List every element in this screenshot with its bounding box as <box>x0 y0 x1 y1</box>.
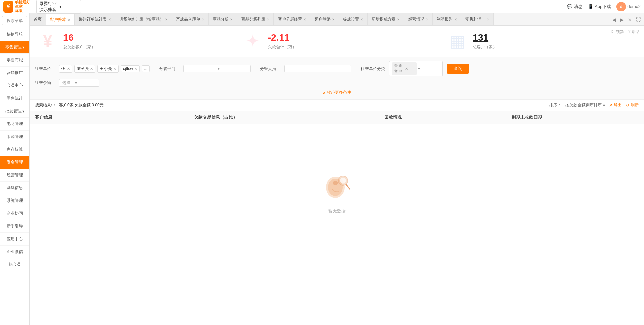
tab-profit-report[interactable]: 利润报告 ✕ <box>433 13 461 26</box>
sidebar-item-basic-info[interactable]: 基础信息 <box>0 182 29 194</box>
person-select[interactable]: ... <box>284 65 351 72</box>
result-summary: 搜索结果中，客户0家 欠款金额 0.00元 <box>35 102 104 108</box>
app-download-button[interactable]: 📱 App下载 <box>588 4 611 10</box>
unit-tag-chen: 陈民强 ✕ <box>74 65 95 73</box>
tab-close-all[interactable]: ✕ <box>627 16 633 23</box>
export-button[interactable]: ↗ 导出 <box>609 102 622 108</box>
tab-product-analysis-list[interactable]: 商品分析列表 ✕ <box>237 13 274 26</box>
stat-info-total: 131 总客户（家） <box>473 32 497 50</box>
sidebar-item-wholesale-mgmt[interactable]: 批发管理 ▾ <box>0 105 29 118</box>
category-filter-label: 往来单位分类 <box>361 66 385 72</box>
sidebar-item-purchase-mgmt[interactable]: 采购管理 <box>0 131 29 143</box>
collapse-button[interactable]: ∧ 收起更多条件 <box>323 89 351 95</box>
sidebar-item-retail-mall[interactable]: 零售商城 <box>0 54 29 67</box>
sidebar-item-retail-mgmt[interactable]: 零售管理 ▾ <box>0 41 29 54</box>
category-select[interactable]: 普通客户 ✕ ▾ <box>389 61 443 76</box>
sidebar-item-ecommerce-mgmt[interactable]: 电商管理 <box>0 118 29 131</box>
dept-select[interactable]: ▾ <box>183 65 251 72</box>
sidebar-item-system-mgmt[interactable]: 系统管理 <box>0 194 29 207</box>
balance-select[interactable]: 选择... ▾ <box>59 79 99 87</box>
refresh-button[interactable]: ↺ 刷新 <box>626 102 639 108</box>
stat-icon-total: ▦ <box>447 31 467 51</box>
remove-tag-chen[interactable]: ✕ <box>90 67 93 71</box>
tab-close-profit-report[interactable]: ✕ <box>454 17 457 21</box>
tab-close-commission-settings[interactable]: ✕ <box>360 17 363 21</box>
tab-close-operations[interactable]: ✕ <box>426 17 428 21</box>
unit-filter-tags: 伍 ✕ 陈民强 ✕ 王小亮 ✕ <box>59 65 150 73</box>
top-bar-right: 💬 消息 📱 App下载 d demo2 <box>567 2 641 11</box>
sort-select[interactable]: 按欠款金额倒序排序 ▾ <box>565 102 605 108</box>
tab-nav-right[interactable]: ▶ <box>619 16 625 23</box>
tab-close-new-commission[interactable]: ✕ <box>397 17 400 21</box>
collapse-icon: ∧ <box>323 90 326 95</box>
stat-value-debt: -2.11 <box>268 32 296 43</box>
tab-purchase-order-stats[interactable]: 采购订单统计表 ✕ <box>75 13 115 26</box>
tab-product-analysis[interactable]: 商品分析 ✕ <box>209 13 237 26</box>
top-bar: ¥ 畅捷通好生意 标版 母婴行业演示账套 ▾ 💬 消息 📱 App下载 d de… <box>0 0 644 13</box>
tab-close-product-analysis[interactable]: ✕ <box>230 17 233 21</box>
tab-close-purchase-order-stats[interactable]: ✕ <box>108 17 111 21</box>
result-bar: 搜索结果中，客户0家 欠款金额 0.00元 排序： 按欠款金额倒序排序 ▾ ↗ … <box>30 100 644 111</box>
remove-tag-cjttcw[interactable]: ✕ <box>134 67 137 71</box>
tab-customer-contact[interactable]: 客户联络 ✕ <box>310 13 339 26</box>
tab-close-customer-ledger[interactable]: ✕ <box>68 18 70 22</box>
sidebar-item-enterprise-collab[interactable]: 企业协同 <box>0 207 29 220</box>
tab-nav-left[interactable]: ◀ <box>611 16 617 23</box>
tab-close-inbound-stats[interactable]: ✕ <box>165 17 168 21</box>
tab-customer-tier[interactable]: 客户分层经营 ✕ <box>274 13 310 26</box>
sort-dropdown-icon: ▾ <box>603 103 605 108</box>
logo-icon: ¥ <box>3 1 13 13</box>
tab-commission-settings[interactable]: 提成设置 ✕ <box>339 13 368 26</box>
sidebar-item-quick-nav[interactable]: 快捷导航 <box>0 28 29 41</box>
tab-new-commission[interactable]: 新增提成方案 ✕ <box>368 13 404 26</box>
tab-fullscreen[interactable]: ⛶ <box>635 16 642 23</box>
table-header: 客户信息 欠款交易信息（占比） 回款情况 到期未收款日期 <box>30 111 644 124</box>
tab-close-retail-profit[interactable]: ✕ <box>487 17 489 21</box>
tab-close-product-inbound[interactable]: ✕ <box>202 17 204 21</box>
tab-close-customer-contact[interactable]: ✕ <box>332 17 335 21</box>
sidebar-item-member-center[interactable]: 会员中心 <box>0 79 29 92</box>
query-button[interactable]: 查询 <box>447 64 469 74</box>
remove-tag-wang[interactable]: ✕ <box>113 67 116 71</box>
tab-inbound-stats[interactable]: 进货单统计表（按商品） ✕ <box>115 13 172 26</box>
tab-customer-ledger[interactable]: 客户账本 ✕ <box>46 13 75 26</box>
sidebar-item-marketing[interactable]: 营销推广 <box>0 67 29 79</box>
export-icon: ↗ <box>609 103 612 108</box>
video-link[interactable]: ▷ 视频 <box>611 29 624 35</box>
sidebar: 搜索菜单 快捷导航 零售管理 ▾ 零售商城 营销推广 会员中心 零售统计 批发管… <box>0 13 30 325</box>
tab-product-inbound[interactable]: 产成品入库单 ✕ <box>172 13 209 26</box>
tab-close-product-analysis-list[interactable]: ✕ <box>267 17 269 21</box>
sidebar-item-enterprise-wechat[interactable]: 企业微信 <box>0 246 29 258</box>
more-tags-button[interactable]: ... <box>142 65 150 72</box>
filter-row-2: 往来余额 选择... ▾ <box>35 79 639 87</box>
help-link[interactable]: ? 帮助 <box>628 29 640 35</box>
logo-area: ¥ 畅捷通好生意 标版 <box>3 0 33 13</box>
remove-category-tag[interactable]: ✕ <box>405 67 415 71</box>
stat-value-customers: 16 <box>63 32 95 43</box>
sidebar-item-new-guide[interactable]: 新手引导 <box>0 220 29 233</box>
user-profile[interactable]: d demo2 <box>616 2 641 11</box>
unit-filter-label: 往来单位 <box>35 66 55 72</box>
sidebar-item-app-center[interactable]: 应用中心 <box>0 233 29 246</box>
tab-close-customer-tier[interactable]: ✕ <box>303 17 306 21</box>
tab-home[interactable]: 首页 <box>30 13 46 26</box>
col-header-debt-info: 欠款交易信息（占比） <box>194 114 384 120</box>
tabs-right: ◀ ▶ ✕ ⛶ <box>609 16 644 23</box>
tab-operations[interactable]: 经营情况 ✕ <box>404 13 433 26</box>
stat-block-total-customers: ▦ 131 总客户（家） ▷ 视频 ? 帮助 <box>439 26 644 57</box>
help-icon: ? <box>628 29 632 34</box>
sidebar-item-inventory[interactable]: 库存核算 <box>0 143 29 156</box>
sidebar-item-retail-stats[interactable]: 零售统计 <box>0 92 29 105</box>
remove-tag-wu[interactable]: ✕ <box>67 67 70 71</box>
chevron-icon-wholesale: ▾ <box>22 109 24 114</box>
tab-retail-profit[interactable]: 零售利润「 ✕ <box>461 13 494 26</box>
sidebar-item-operations-mgmt[interactable]: 经营管理 <box>0 169 29 182</box>
store-selector[interactable]: 母婴行业演示账套 ▾ <box>36 0 81 14</box>
sidebar-item-finance-mgmt[interactable]: 资金管理 <box>0 156 29 169</box>
sidebar-item-chang-member[interactable]: 畅会员 <box>0 258 29 271</box>
search-menu-button[interactable]: 搜索菜单 <box>2 16 27 25</box>
message-button[interactable]: 💬 消息 <box>567 4 583 10</box>
dept-filter-label: 分管部门 <box>159 66 179 72</box>
stats-header: ¥ 16 总欠款客户（家） ✦ -2.11 欠款合计（万） <box>30 26 644 57</box>
svg-line-4 <box>346 184 350 189</box>
